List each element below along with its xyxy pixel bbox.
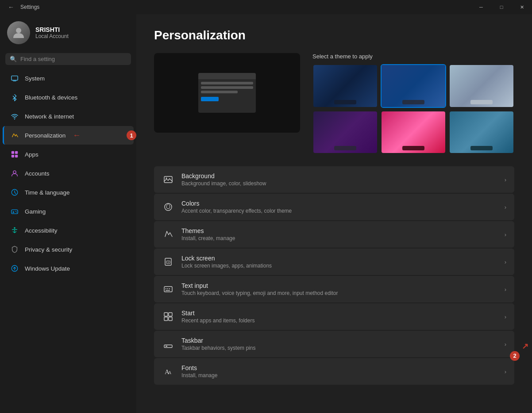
fonts-icon: AA: [162, 365, 174, 378]
profile-sub: Local Account: [35, 33, 69, 39]
svg-rect-7: [15, 155, 18, 157]
personalization-icon: [10, 130, 19, 140]
preview-content: [198, 79, 256, 113]
sidebar-item-bluetooth-label: Bluetooth & devices: [25, 94, 77, 101]
start-text: Start Recent apps and items, folders: [181, 310, 497, 324]
sidebar-item-personalization-label: Personalization: [25, 132, 66, 139]
theme-section: Select a theme to apply: [154, 53, 514, 154]
privacy-icon: [10, 245, 19, 254]
theme-thumb-2[interactable]: [381, 64, 446, 108]
sidebar-item-personalization[interactable]: Personalization 1 ←: [3, 126, 134, 145]
theme-thumb-3[interactable]: [449, 64, 514, 108]
settings-row-lockscreen[interactable]: Lock screen Lock screen images, apps, an…: [154, 249, 514, 275]
background-chevron: ›: [505, 176, 506, 183]
sidebar-item-bluetooth[interactable]: Bluetooth & devices: [3, 88, 134, 107]
bluetooth-icon: [10, 92, 19, 102]
sidebar-item-update[interactable]: Windows Update: [3, 259, 134, 278]
start-icon: [162, 310, 174, 323]
svg-rect-27: [169, 313, 172, 316]
settings-row-taskbar[interactable]: Taskbar Taskbar behaviors, system pins ›…: [154, 331, 514, 357]
maximize-button[interactable]: □: [491, 0, 512, 14]
preview-titlebar: [198, 73, 256, 79]
themes-sub: Install, create, manage: [181, 235, 497, 241]
sidebar-item-privacy-label: Privacy & security: [25, 246, 72, 253]
themes-chevron: ›: [505, 231, 506, 238]
svg-rect-26: [164, 313, 168, 316]
theme-thumb-1[interactable]: [312, 64, 378, 108]
sidebar-item-gaming[interactable]: Gaming: [3, 202, 134, 221]
background-text: Background Background image, color, slid…: [181, 172, 497, 187]
profile-section[interactable]: SRISHTI Local Account: [0, 14, 136, 51]
theme-thumb-6[interactable]: [449, 111, 514, 154]
sidebar-item-gaming-label: Gaming: [25, 208, 46, 215]
page-title: Personalization: [154, 28, 514, 42]
close-button[interactable]: ✕: [512, 0, 532, 14]
textinput-text: Text input Touch keyboard, voice typing,…: [181, 282, 497, 296]
fonts-title: Fonts: [181, 364, 497, 371]
sidebar-nav: System Bluetooth & devices Network & int…: [0, 69, 136, 278]
search-icon: 🔍: [10, 56, 17, 62]
themes-icon: [162, 228, 174, 241]
main-layout: SRISHTI Local Account 🔍 System: [0, 14, 532, 413]
start-chevron: ›: [505, 314, 506, 320]
taskbar-icon: [162, 338, 174, 350]
background-sub: Background image, color, slideshow: [181, 180, 497, 187]
sidebar-item-time[interactable]: Time & language: [3, 183, 134, 202]
settings-row-start[interactable]: Start Recent apps and items, folders ›: [154, 303, 514, 330]
svg-point-17: [165, 203, 172, 210]
textinput-sub: Touch keyboard, voice typing, emoji and …: [181, 290, 497, 296]
annotation-badge-1: 1: [127, 130, 136, 140]
settings-row-textinput[interactable]: Text input Touch keyboard, voice typing,…: [154, 276, 514, 302]
svg-point-11: [15, 211, 16, 212]
svg-rect-30: [164, 345, 172, 348]
profile-name: SRISHTI: [35, 26, 69, 33]
sidebar-item-system-label: System: [25, 75, 45, 82]
svg-point-20: [168, 262, 169, 263]
themes-title: Themes: [181, 227, 497, 234]
svg-rect-25: [166, 290, 170, 291]
svg-rect-6: [12, 155, 14, 157]
sidebar-item-accounts-label: Accounts: [25, 170, 50, 177]
colors-icon: [162, 201, 174, 213]
sidebar-item-accessibility[interactable]: Accessibility: [3, 221, 134, 240]
svg-rect-23: [167, 288, 168, 289]
taskbar-chevron: › 2 ↗: [505, 341, 506, 348]
sidebar: SRISHTI Local Account 🔍 System: [0, 14, 136, 413]
svg-rect-2: [13, 80, 16, 81]
sidebar-item-accounts[interactable]: Accounts: [3, 164, 134, 183]
settings-row-themes[interactable]: Themes Install, create, manage ›: [154, 221, 514, 248]
sidebar-item-privacy[interactable]: Privacy & security: [3, 240, 134, 259]
settings-row-fonts[interactable]: AA Fonts Install, manage ›: [154, 358, 514, 385]
titlebar: ← Settings ─ □ ✕: [0, 0, 532, 14]
sidebar-item-apps[interactable]: Apps: [3, 145, 134, 164]
settings-row-colors[interactable]: Colors Accent color, transparency effect…: [154, 194, 514, 220]
back-icon[interactable]: ←: [5, 3, 17, 11]
theme-thumb-5[interactable]: [381, 111, 446, 154]
preview-line-3: [201, 91, 238, 93]
titlebar-left: ← Settings: [5, 3, 39, 11]
start-title: Start: [181, 310, 497, 317]
svg-rect-21: [164, 287, 172, 292]
svg-point-13: [14, 227, 15, 229]
svg-rect-10: [12, 210, 18, 214]
titlebar-title: Settings: [20, 4, 39, 10]
annotation-arrow-2: ↗: [522, 341, 528, 351]
svg-point-16: [166, 178, 167, 179]
search-input[interactable]: [20, 56, 127, 62]
background-icon: [162, 173, 174, 186]
svg-rect-1: [12, 76, 18, 80]
update-icon: [10, 264, 19, 273]
sidebar-item-system[interactable]: System: [3, 69, 134, 88]
taskbar-text: Taskbar Taskbar behaviors, system pins: [181, 337, 497, 351]
fonts-chevron: ›: [505, 368, 506, 375]
fonts-sub: Install, manage: [181, 372, 497, 379]
sidebar-item-network[interactable]: Network & internet: [3, 107, 134, 126]
accessibility-icon: [10, 226, 19, 235]
minimize-button[interactable]: ─: [471, 0, 491, 14]
annotation-badge-2: 2: [510, 351, 520, 361]
svg-point-12: [16, 212, 17, 213]
theme-thumb-4[interactable]: [312, 111, 378, 154]
textinput-chevron: ›: [505, 286, 506, 293]
settings-row-background[interactable]: Background Background image, color, slid…: [154, 166, 514, 193]
taskbar-sub: Taskbar behaviors, system pins: [181, 345, 497, 351]
